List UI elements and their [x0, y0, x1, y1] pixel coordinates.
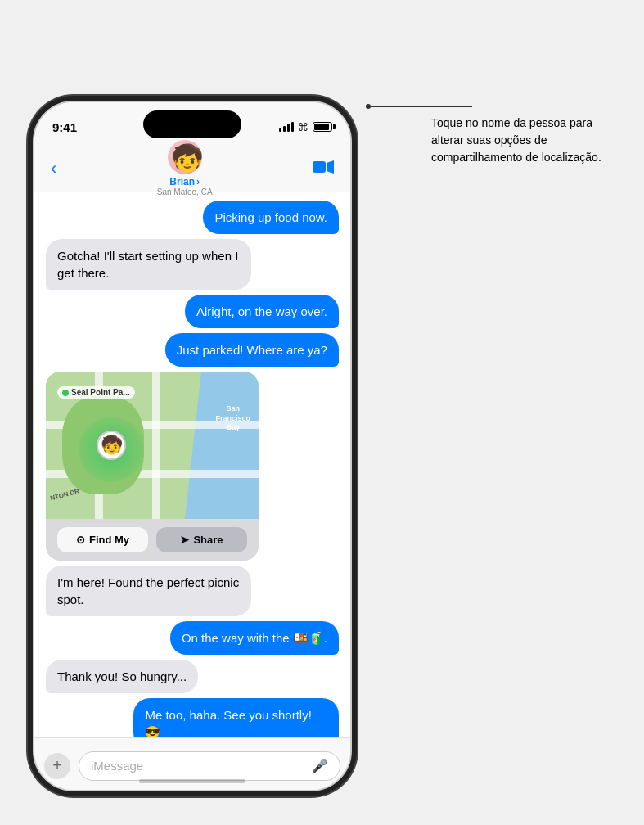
findmy-icon: ⊙ [76, 534, 85, 546]
message-bubble: I'm here! Found the perfect picnic spot. [46, 566, 251, 616]
input-bar: + iMessage 🎤 [34, 737, 350, 791]
signal-icon [279, 122, 294, 132]
messages-area: Picking up food now. Gotcha! I'll start … [34, 192, 350, 737]
message-row: Me too, haha. See you shortly! 😎 [46, 698, 339, 737]
message-bubble: Picking up food now. [203, 201, 339, 234]
video-call-button[interactable] [313, 158, 334, 179]
back-chevron-icon: ‹ [51, 158, 56, 179]
map-water-label: SanFranciscoBay [215, 404, 250, 433]
map-message-row: 🧒 Seal Point Pa... SanFranciscoBay NTON … [46, 372, 339, 561]
message-bubble: Just parked! Where are ya? [165, 333, 339, 367]
back-button[interactable]: ‹ [51, 158, 56, 179]
message-bubble: Gotcha! I'll start setting up when I get… [46, 239, 251, 290]
status-time: 9:41 [52, 120, 77, 134]
avatar: 🧒 [168, 140, 202, 174]
mic-icon[interactable]: 🎤 [312, 758, 328, 773]
share-icon: ➤ [180, 534, 189, 546]
findmy-button[interactable]: ⊙ Find My [57, 527, 148, 552]
annotation-text: Toque no nome da pessoa para alterar sua… [431, 115, 628, 166]
message-row: I'm here! Found the perfect picnic spot. [46, 566, 339, 616]
svg-rect-0 [313, 161, 326, 173]
annotation-line [366, 106, 472, 107]
map-visual: 🧒 Seal Point Pa... SanFranciscoBay NTON … [46, 372, 259, 519]
message-bubble: Thank you! So hungry... [46, 660, 198, 693]
input-placeholder: iMessage [91, 759, 143, 773]
message-row: On the way with the 🍱🧃. [46, 621, 339, 655]
chevron-icon: › [196, 176, 200, 187]
map-bubble[interactable]: 🧒 Seal Point Pa... SanFranciscoBay NTON … [46, 372, 259, 561]
message-bubble: Me too, haha. See you shortly! 😎 [133, 698, 339, 737]
share-location-button[interactable]: ➤ Share [156, 527, 247, 552]
contact-header[interactable]: 🧒 Brian › San Mateo, CA [157, 140, 213, 196]
map-water [177, 372, 259, 519]
message-bubble: On the way with the 🍱🧃. [170, 621, 339, 655]
message-row: Thank you! So hungry... [46, 660, 339, 693]
message-row: Picking up food now. [46, 201, 339, 234]
nav-bar: ‹ 🧒 Brian › San Mateo, CA [34, 143, 350, 192]
message-row: Just parked! Where are ya? [46, 333, 339, 367]
message-row: Gotcha! I'll start setting up when I get… [46, 239, 339, 290]
message-row: Alright, on the way over. [46, 295, 339, 328]
map-road-label: NTON DR [49, 487, 79, 502]
phone-frame: 9:41 ⌘ ‹ 🧒 [33, 101, 352, 791]
contact-name: Brian › [169, 176, 200, 187]
home-indicator [139, 779, 245, 783]
map-park-label: Seal Point Pa... [57, 386, 135, 399]
message-input[interactable]: iMessage 🎤 [79, 751, 340, 781]
dynamic-island [143, 110, 241, 138]
map-road [152, 372, 160, 519]
annotation: Toque no nome da pessoa para alterar sua… [431, 115, 628, 166]
avatar-emoji: 🧒 [171, 142, 202, 174]
add-attachments-button[interactable]: + [44, 753, 70, 779]
map-pin: 🧒 [97, 431, 126, 460]
status-icons: ⌘ [279, 121, 332, 133]
contact-location: San Mateo, CA [157, 187, 213, 196]
svg-marker-1 [327, 160, 334, 174]
map-actions: ⊙ Find My ➤ Share [46, 519, 259, 561]
message-bubble: Alright, on the way over. [185, 295, 339, 328]
battery-icon [313, 122, 332, 132]
wifi-icon: ⌘ [298, 121, 308, 133]
